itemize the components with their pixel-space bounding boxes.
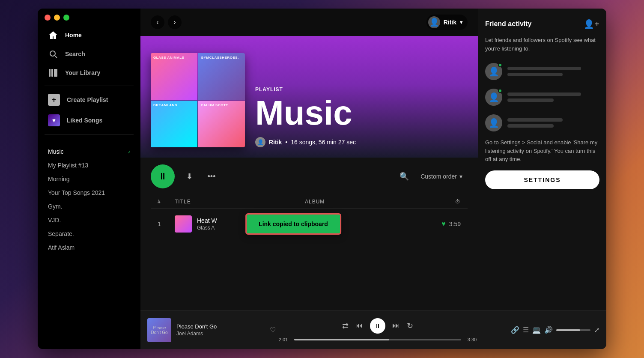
next-button[interactable]: ⏭ xyxy=(392,321,400,330)
main-play-pause-button[interactable]: ⏸ xyxy=(370,318,385,334)
search-icon xyxy=(48,49,58,59)
playlist-info: PLAYLIST Music 👤 Ritik • 16 songs, 56 mi… xyxy=(255,87,468,147)
song-title: Heat W xyxy=(197,217,217,224)
cover-cell-3: DREAMLAND xyxy=(151,101,197,147)
more-options-button[interactable]: ••• xyxy=(204,169,219,184)
back-button[interactable]: ‹ xyxy=(151,15,164,29)
sidebar-playlist-separate[interactable]: Separate. xyxy=(41,227,137,241)
playlist-cover: GLASS ANIMALS gymclassheroes. DREAMLAND … xyxy=(151,53,245,147)
playlist-label: Gym. xyxy=(48,203,62,210)
sidebar: Home Search Your Lib xyxy=(38,9,140,349)
song-thumbnail xyxy=(175,215,192,233)
col-duration: ⏱ xyxy=(435,199,461,205)
lyrics-button[interactable]: 🔗 xyxy=(511,326,519,334)
sidebar-label-library: Your Library xyxy=(65,69,100,76)
sidebar-item-library[interactable]: Your Library xyxy=(41,63,137,82)
repeat-button[interactable]: ↻ xyxy=(407,321,413,331)
top-bar: ‹ › 👤 Ritik ▾ xyxy=(140,9,478,36)
sidebar-playlist-morning[interactable]: Morning xyxy=(41,172,137,186)
minimize-button[interactable] xyxy=(54,15,60,21)
current-time: 2:01 xyxy=(276,337,291,342)
friend-activity-title: Friend activity xyxy=(485,20,531,28)
sidebar-playlist-top-songs[interactable]: Your Top Songs 2021 xyxy=(41,186,137,200)
fullscreen-toggle-button[interactable]: ⤢ xyxy=(594,326,599,334)
custom-order-button[interactable]: Custom order ▾ xyxy=(415,170,468,182)
sidebar-playlists: Music ♪ My Playlist #13 Morning Your Top… xyxy=(38,138,140,349)
online-indicator xyxy=(498,89,502,93)
song-duration: 3:59 xyxy=(449,221,461,227)
list-item: 👤 xyxy=(485,89,599,106)
now-playing-section: Please Don't Go Please Don't Go Joel Ada… xyxy=(147,318,276,342)
col-num: # xyxy=(158,199,175,205)
sidebar-playlist-my-playlist-13[interactable]: My Playlist #13 xyxy=(41,158,137,172)
online-indicator xyxy=(498,63,502,67)
playlist-dot: • xyxy=(285,139,287,146)
user-menu-button[interactable]: 👤 Ritik ▾ xyxy=(426,15,468,30)
forward-button[interactable]: › xyxy=(168,15,182,29)
cover-label-4: CALUM SCOTT xyxy=(198,101,245,110)
activity-line-2 xyxy=(507,98,554,102)
playlist-label: Your Top Songs 2021 xyxy=(48,189,105,196)
heart-icon: ♥ xyxy=(48,114,60,126)
shuffle-button[interactable]: ⇄ xyxy=(342,321,349,331)
now-playing-artist: Joel Adams xyxy=(176,331,265,337)
save-to-liked-button[interactable]: ♡ xyxy=(270,326,276,334)
app-window: Home Search Your Lib xyxy=(38,9,606,349)
volume-slider[interactable] xyxy=(556,329,590,331)
friend-activity-lines xyxy=(507,92,599,102)
svg-rect-0 xyxy=(49,69,51,77)
add-friend-icon[interactable]: 👤+ xyxy=(584,19,599,29)
sidebar-playlist-atif[interactable]: Atif Aslam xyxy=(41,241,137,254)
search-songs-button[interactable]: 🔍 xyxy=(397,169,412,184)
close-button[interactable] xyxy=(45,15,51,21)
owner-name: Ritik xyxy=(269,139,282,146)
sidebar-item-home[interactable]: Home xyxy=(41,26,137,45)
toast-message: Link copied to clipboard xyxy=(259,221,328,227)
nav-buttons: ‹ › xyxy=(151,15,182,29)
play-pause-button[interactable]: ⏸ xyxy=(151,164,175,188)
activity-line-1 xyxy=(507,92,581,96)
sidebar-playlist-vjd[interactable]: VJD. xyxy=(41,213,137,227)
progress-bar[interactable] xyxy=(294,339,461,340)
right-playback-controls: 🔗 ☰ 💻 🔊 ⤢ xyxy=(480,326,599,334)
liked-songs-button[interactable]: ♥ Liked Songs xyxy=(41,110,137,131)
plus-icon: + xyxy=(48,94,60,106)
queue-button[interactable]: ☰ xyxy=(523,326,529,334)
previous-button[interactable]: ⏮ xyxy=(355,321,363,330)
col-title: TITLE xyxy=(175,199,305,205)
sidebar-playlist-music[interactable]: Music ♪ xyxy=(41,145,137,158)
devices-button[interactable]: 💻 xyxy=(532,326,541,334)
song-row-container: 1 Heat W Glass A xyxy=(151,212,468,236)
playback-buttons: ⇄ ⏮ ⏸ ⏭ ↻ xyxy=(342,318,413,334)
friend-avatar-3: 👤 xyxy=(485,114,502,131)
activity-line-1 xyxy=(507,67,581,70)
mute-button[interactable]: 🔊 xyxy=(544,326,553,334)
library-icon xyxy=(48,68,58,78)
fullscreen-button[interactable] xyxy=(63,15,69,21)
playlist-label: Atif Aslam xyxy=(48,244,75,251)
main-content: ‹ › 👤 Ritik ▾ xyxy=(140,9,478,310)
sidebar-playlist-gym[interactable]: Gym. xyxy=(41,200,137,213)
playlist-title: Music xyxy=(255,96,468,130)
settings-button[interactable]: SETTINGS xyxy=(485,170,599,189)
sidebar-actions: + Create Playlist ♥ Liked Songs xyxy=(38,90,140,131)
song-artist: Glass A xyxy=(197,225,217,231)
cover-label-1: GLASS ANIMALS xyxy=(151,53,197,62)
controls-right: 🔍 Custom order ▾ xyxy=(397,169,468,184)
main-layout: Home Search Your Lib xyxy=(38,9,606,349)
svg-rect-1 xyxy=(51,69,53,77)
activity-line-1 xyxy=(507,118,563,122)
liked-songs-label: Liked Songs xyxy=(67,117,102,124)
create-playlist-button[interactable]: + Create Playlist xyxy=(41,90,137,110)
person-icon: 👤 xyxy=(489,118,499,128)
person-icon: 👤 xyxy=(489,66,499,77)
window-controls xyxy=(45,15,69,21)
playlist-header: GLASS ANIMALS gymclassheroes. DREAMLAND … xyxy=(140,36,478,158)
cover-cell-1: GLASS ANIMALS xyxy=(151,53,197,100)
sidebar-divider xyxy=(45,86,134,86)
song-number: 1 xyxy=(158,221,175,227)
create-playlist-label: Create Playlist xyxy=(67,96,108,103)
sidebar-item-search[interactable]: Search xyxy=(41,45,137,63)
download-button[interactable]: ⬇ xyxy=(182,169,197,184)
center-playback-controls: ⇄ ⏮ ⏸ ⏭ ↻ 2:01 3:30 xyxy=(276,318,480,342)
